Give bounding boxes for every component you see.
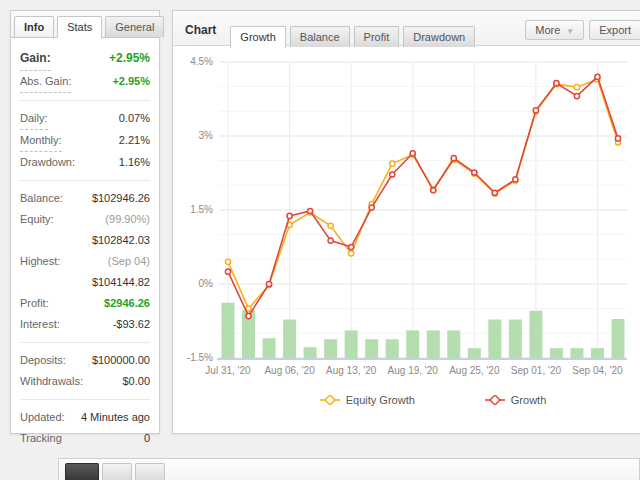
series-line bbox=[228, 79, 618, 308]
volume-bar bbox=[427, 330, 440, 358]
stat-row: Abs. Gain:+2.95% bbox=[20, 71, 150, 93]
stat-label: Withdrawals: bbox=[20, 371, 83, 392]
stat-row: Interest:-$93.62 bbox=[20, 314, 150, 335]
data-point-marker bbox=[287, 213, 292, 218]
more-button[interactable]: More▼ bbox=[525, 20, 584, 40]
legend-marker-icon bbox=[485, 395, 505, 405]
data-point-marker bbox=[451, 156, 456, 161]
y-axis-tick-label: 3% bbox=[199, 130, 214, 141]
stat-row: Highest:(Sep 04) $104144.82 bbox=[20, 251, 150, 293]
stats-tab-general[interactable]: General bbox=[105, 16, 164, 37]
stat-value: (Sep 04) $104144.82 bbox=[60, 251, 150, 293]
data-point-marker bbox=[533, 108, 538, 113]
volume-bar bbox=[612, 319, 625, 358]
chart-tab-balance[interactable]: Balance bbox=[290, 26, 350, 47]
stat-value: $2946.26 bbox=[104, 293, 150, 314]
data-point-marker bbox=[615, 136, 620, 141]
data-point-marker bbox=[554, 81, 559, 86]
stat-value: 2.21% bbox=[119, 130, 150, 151]
x-axis-tick-label: Sep 04, '20 bbox=[572, 365, 623, 376]
x-axis-tick-label: Aug 06, '20 bbox=[264, 365, 315, 376]
stat-row: Monthly:2.21% bbox=[20, 130, 150, 152]
legend-item: Growth bbox=[485, 394, 546, 406]
volume-bar bbox=[591, 348, 604, 358]
data-point-marker bbox=[225, 269, 230, 274]
data-point-marker bbox=[225, 259, 230, 264]
chart-tab-growth[interactable]: Growth bbox=[230, 26, 285, 48]
stat-row: Deposits:$100000.00 bbox=[20, 350, 150, 371]
stat-value: $100000.00 bbox=[92, 350, 150, 371]
chart-plot-area: 4.5%3%1.5%0%-1.5%Jul 31, '20Aug 06, '20A… bbox=[173, 46, 640, 406]
stat-label: Balance: bbox=[20, 188, 63, 209]
stat-row: Gain:+2.95% bbox=[20, 46, 150, 71]
partial-tab-2[interactable] bbox=[102, 463, 132, 480]
y-axis-tick-label: 1.5% bbox=[190, 204, 213, 215]
stat-label: Tracking bbox=[20, 428, 62, 449]
stats-widget: InfoStatsGeneral Gain:+2.95%Abs. Gain:+2… bbox=[10, 10, 160, 434]
volume-bar bbox=[222, 303, 235, 358]
stat-label: Deposits: bbox=[20, 350, 66, 371]
stat-label: Monthly: bbox=[20, 130, 62, 152]
divider bbox=[20, 180, 150, 181]
stat-label: Abs. Gain: bbox=[20, 71, 71, 93]
stat-row: Tracking0 bbox=[20, 428, 150, 449]
data-point-marker bbox=[472, 170, 477, 175]
data-point-marker bbox=[574, 93, 579, 98]
volume-bar bbox=[550, 348, 563, 358]
stat-row: Daily:0.07% bbox=[20, 108, 150, 130]
stat-label: Updated: bbox=[20, 407, 65, 428]
stat-value: 0.07% bbox=[119, 108, 150, 129]
stat-row: Balance:$102946.26 bbox=[20, 188, 150, 209]
chart-tabbar: GrowthBalanceProfitDrawdown bbox=[230, 27, 479, 45]
volume-bar bbox=[345, 330, 358, 358]
series-line bbox=[228, 77, 618, 316]
data-point-marker bbox=[328, 223, 333, 228]
chart-widget: Chart GrowthBalanceProfitDrawdown More▼ … bbox=[172, 10, 640, 434]
legend-label: Growth bbox=[511, 394, 546, 406]
data-point-marker bbox=[266, 281, 271, 286]
volume-bar bbox=[509, 320, 522, 358]
data-point-marker bbox=[410, 151, 415, 156]
legend-marker-icon bbox=[320, 395, 340, 405]
data-point-marker bbox=[595, 74, 600, 79]
x-axis-tick-label: Aug 19, '20 bbox=[388, 365, 439, 376]
legend-item: Equity Growth bbox=[320, 394, 415, 406]
stat-row: Updated:4 Minutes ago bbox=[20, 407, 150, 428]
y-axis-tick-label: 0% bbox=[199, 278, 214, 289]
stats-tabbar: InfoStatsGeneral bbox=[11, 11, 159, 38]
chart-tab-profit[interactable]: Profit bbox=[354, 26, 400, 47]
stat-label: Highest: bbox=[20, 251, 60, 272]
chart-tab-drawdown[interactable]: Drawdown bbox=[403, 26, 475, 47]
data-point-marker bbox=[349, 244, 354, 249]
stat-value: (99.90%) $102842.03 bbox=[54, 209, 150, 251]
y-axis-tick-label: -1.5% bbox=[187, 352, 213, 363]
stats-tab-info[interactable]: Info bbox=[14, 16, 54, 37]
data-point-marker bbox=[369, 205, 374, 210]
stat-label: Daily: bbox=[20, 108, 48, 130]
volume-bar bbox=[263, 338, 276, 358]
data-point-marker bbox=[513, 177, 518, 182]
chart-header: Chart GrowthBalanceProfitDrawdown More▼ … bbox=[173, 11, 640, 46]
divider bbox=[20, 100, 150, 101]
stat-value-prefix: (99.90%) bbox=[105, 213, 150, 225]
x-axis-tick-label: Sep 01, '20 bbox=[511, 365, 562, 376]
volume-bar bbox=[488, 320, 501, 358]
stat-value: +2.95% bbox=[112, 71, 150, 92]
data-point-marker bbox=[390, 172, 395, 177]
partial-tab-1[interactable] bbox=[65, 463, 99, 480]
stats-tab-stats[interactable]: Stats bbox=[57, 16, 102, 38]
data-point-marker bbox=[349, 251, 354, 256]
data-point-marker bbox=[308, 208, 313, 213]
divider bbox=[20, 342, 150, 343]
volume-bar bbox=[468, 348, 481, 358]
stat-value: $0.00 bbox=[122, 371, 150, 392]
export-button[interactable]: Export bbox=[589, 20, 640, 40]
volume-bar bbox=[365, 339, 378, 358]
partial-tab-3[interactable] bbox=[135, 463, 165, 480]
stat-value: $102946.26 bbox=[92, 188, 150, 209]
volume-bar bbox=[304, 347, 317, 358]
data-point-marker bbox=[390, 161, 395, 166]
stat-row: Withdrawals:$0.00 bbox=[20, 371, 150, 392]
stat-row: Profit:$2946.26 bbox=[20, 293, 150, 314]
stat-value: 1.16% bbox=[119, 152, 150, 173]
